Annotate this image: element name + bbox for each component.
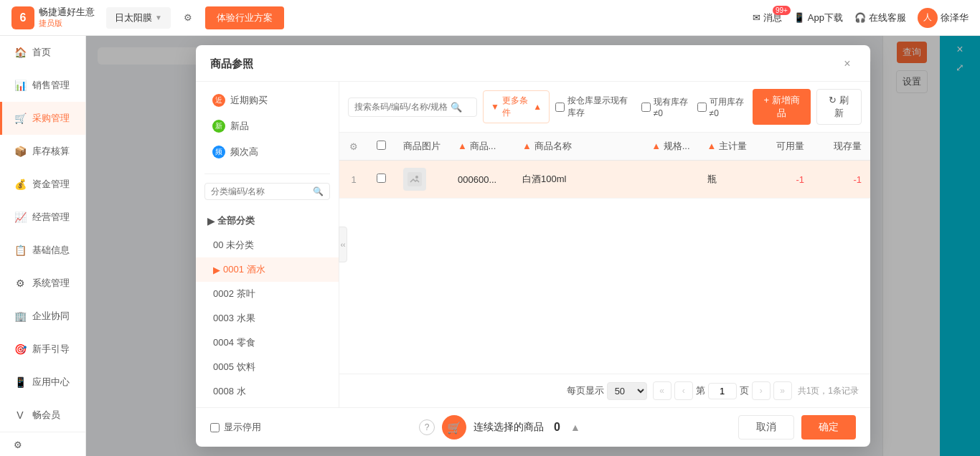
sidebar-item-guide[interactable]: 🎯 新手引导 xyxy=(0,333,85,366)
sidebar-item-finance[interactable]: 💰 资金管理 xyxy=(0,168,85,201)
category-search-icon[interactable]: 🔍 xyxy=(313,186,324,196)
warehouse-filter-checkbox[interactable] xyxy=(555,103,565,112)
messages-button[interactable]: ✉ 消息 99+ xyxy=(753,11,782,24)
category-item-uncategorized[interactable]: 00 未分类 xyxy=(196,233,339,257)
last-page-button[interactable]: » xyxy=(773,381,792,400)
stock-nonzero-text: 现有库存≠0 xyxy=(654,96,692,118)
select-all-checkbox[interactable] xyxy=(377,141,386,150)
sidebar-item-operations[interactable]: 📈 经营管理 xyxy=(0,201,85,234)
top-navbar: 6 畅捷通好生意 捷员版 日太阳膜 ▼ ⚙ 体验行业方案 ✉ 消息 99+ 📱 … xyxy=(0,0,980,36)
category-item-appliance[interactable]: 0010 家电 xyxy=(196,404,339,407)
category-item-drink[interactable]: 0005 饮料 xyxy=(196,355,339,379)
per-page-select[interactable]: 50 100 200 xyxy=(607,382,647,400)
filter-icon: ▼ xyxy=(491,102,499,112)
category-item-all[interactable]: ▶ 全部分类 xyxy=(196,209,339,233)
modal-close-button[interactable]: × xyxy=(839,55,856,72)
logo-texts: 畅捷通好生意 捷员版 xyxy=(39,6,95,29)
sidebar-item-sales[interactable]: 📊 销售管理 xyxy=(0,69,85,102)
refresh-button[interactable]: ↻ 刷新 xyxy=(816,89,862,125)
sidebar-label-operations: 经营管理 xyxy=(32,211,70,224)
confirm-button[interactable]: 确定 xyxy=(801,415,856,440)
warehouse-filter-label[interactable]: 按仓库显示现有库存 xyxy=(555,95,636,119)
stock-nonzero-filter-label[interactable]: 现有库存≠0 xyxy=(641,96,692,118)
sidebar-settings-btn[interactable]: ⚙ xyxy=(0,432,85,456)
toolbar-right: + 新增商品 ↻ 刷新 xyxy=(753,89,862,125)
filter-label: 更多条件 xyxy=(502,95,530,119)
sidebar-item-purchase[interactable]: 🛒 采购管理 xyxy=(0,102,85,135)
cell-checkbox[interactable] xyxy=(368,161,395,199)
modal-overlay: 商品参照 × 近 近期购买 xyxy=(86,36,980,456)
category-item-liquor[interactable]: ▶ 0001 酒水 xyxy=(196,257,339,282)
table-row[interactable]: 1 xyxy=(339,161,870,199)
row-checkbox[interactable] xyxy=(377,174,386,183)
cell-code: 000600... xyxy=(449,161,514,199)
cart-button[interactable]: 🛒 xyxy=(442,415,466,440)
show-disabled-checkbox[interactable] xyxy=(210,423,220,432)
quick-tabs: 近 近期购买 新 新品 xyxy=(196,87,339,171)
show-disabled-label[interactable]: 显示停用 xyxy=(210,421,261,434)
frequent-circle-icon: 频 xyxy=(212,146,225,158)
svg-rect-0 xyxy=(407,172,422,186)
prev-page-button[interactable]: ‹ xyxy=(674,381,693,400)
sidebar-item-home[interactable]: 🏠 首页 xyxy=(0,36,85,69)
footer-collapse-icon[interactable]: ▲ xyxy=(570,422,580,433)
sidebar-item-basic-info[interactable]: 📋 基础信息 xyxy=(0,234,85,267)
sidebar-item-vip[interactable]: V 畅会员 xyxy=(0,399,85,432)
page-size-selector[interactable]: 每页显示 50 100 200 xyxy=(567,382,647,400)
sidebar-item-inventory[interactable]: 📦 库存核算 xyxy=(0,135,85,168)
sidebar-item-system[interactable]: ⚙ 系统管理 xyxy=(0,267,85,300)
category-fruit-label: 0003 水果 xyxy=(213,312,255,325)
category-item-fruit[interactable]: 0003 水果 xyxy=(196,306,339,331)
product-table-container: ⚙ 商品图片 xyxy=(339,133,870,374)
trial-button[interactable]: 体验行业方案 xyxy=(205,6,284,29)
col-stock-label: 现存量 xyxy=(834,141,862,151)
user-menu[interactable]: 人 徐泽华 xyxy=(918,8,969,28)
add-product-button[interactable]: + 新增商品 xyxy=(753,89,810,125)
col-header-name[interactable]: ▲ 商品名称 xyxy=(514,133,643,161)
product-search-icon[interactable]: 🔍 xyxy=(451,102,462,113)
category-item-snack[interactable]: 0004 零食 xyxy=(196,331,339,355)
sort-spec-icon: ▲ xyxy=(651,141,661,151)
product-search-box[interactable]: 🔍 xyxy=(348,98,477,117)
filter-button[interactable]: ▼ 更多条件 ▲ xyxy=(483,90,550,123)
category-item-water[interactable]: 0008 水 xyxy=(196,379,339,404)
online-service-button[interactable]: 🎧 在线客服 xyxy=(854,11,906,24)
next-page-button[interactable]: › xyxy=(752,381,771,400)
sidebar-label-enterprise: 企业协同 xyxy=(32,310,70,323)
cancel-button[interactable]: 取消 xyxy=(738,415,794,440)
page-number-input[interactable] xyxy=(708,383,737,399)
settings-col-icon[interactable]: ⚙ xyxy=(349,141,358,152)
purchase-icon: 🛒 xyxy=(14,112,27,125)
nav-selector[interactable]: 日太阳膜 ▼ xyxy=(106,7,171,29)
category-search-input[interactable] xyxy=(211,186,310,196)
quick-tab-new[interactable]: 新 新品 xyxy=(204,113,330,139)
sidebar-label-vip: 畅会员 xyxy=(32,409,60,422)
col-header-num: ⚙ xyxy=(339,133,368,161)
product-search-input[interactable] xyxy=(354,102,448,112)
help-button[interactable]: ? xyxy=(419,419,435,435)
sidebar-item-app-center[interactable]: 📱 应用中心 xyxy=(0,366,85,399)
col-header-code[interactable]: ▲ 商品... xyxy=(449,133,514,161)
col-header-unit[interactable]: ▲ 主计量 xyxy=(699,133,756,161)
first-page-button[interactable]: « xyxy=(653,381,672,400)
avail-nonzero-checkbox[interactable] xyxy=(697,103,707,112)
quick-tab-frequent[interactable]: 频 频次高 xyxy=(204,139,330,165)
modal-footer: 显示停用 ? 🛒 连续选择的商品 0 ▲ 取消 确定 xyxy=(196,407,870,447)
cell-num: 1 xyxy=(339,161,368,199)
logo-icon: 6 xyxy=(11,6,34,29)
sidebar-item-enterprise[interactable]: 🏢 企业协同 xyxy=(0,300,85,333)
stock-nonzero-checkbox[interactable] xyxy=(641,103,651,112)
page-label: 第 xyxy=(696,384,705,397)
category-item-tea[interactable]: 0002 茶叶 xyxy=(196,282,339,306)
per-page-label: 每页显示 xyxy=(567,384,604,397)
online-service-label: 在线客服 xyxy=(869,11,906,24)
footer-center-section: ? 🛒 连续选择的商品 0 ▲ xyxy=(419,415,580,440)
collapse-panel-button[interactable]: ‹‹ xyxy=(339,227,347,262)
enterprise-icon: 🏢 xyxy=(14,310,27,323)
col-header-spec[interactable]: ▲ 规格... xyxy=(643,133,698,161)
avail-nonzero-filter-label[interactable]: 可用库存≠0 xyxy=(697,96,748,118)
category-search-box[interactable]: 🔍 xyxy=(204,183,330,200)
settings-icon[interactable]: ⚙ xyxy=(176,6,199,29)
quick-tab-recent[interactable]: 近 近期购买 xyxy=(204,87,330,113)
app-download-button[interactable]: 📱 App下载 xyxy=(793,11,843,24)
